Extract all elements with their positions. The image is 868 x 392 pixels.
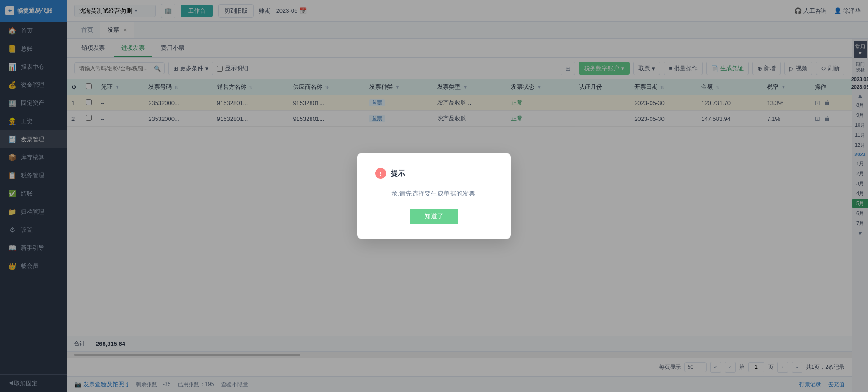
modal-confirm-button[interactable]: 知道了	[410, 209, 458, 224]
modal-footer: 知道了	[375, 209, 493, 224]
modal-header: ! 提示	[375, 168, 405, 179]
modal-dialog: ! 提示 亲,请先选择要生成单据的发票! 知道了	[357, 153, 511, 239]
modal-warning-icon: !	[375, 168, 386, 179]
modal-overlay: ! 提示 亲,请先选择要生成单据的发票! 知道了	[0, 0, 868, 392]
modal-body: 亲,请先选择要生成单据的发票!	[391, 186, 477, 201]
modal-title: 提示	[391, 169, 405, 178]
